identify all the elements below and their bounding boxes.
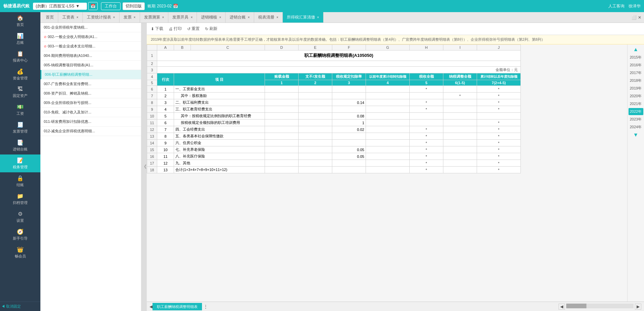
i-12[interactable] xyxy=(443,126,477,133)
sidebar-item-payroll[interactable]: 💵 工资 xyxy=(0,101,40,119)
d-7[interactable] xyxy=(265,93,299,99)
seq-11[interactable]: 6 xyxy=(157,119,174,126)
seq-16[interactable]: 11 xyxy=(157,153,174,160)
h-18[interactable]: * xyxy=(410,167,443,173)
year-up-arrow[interactable]: ▲ xyxy=(633,46,639,53)
d-14[interactable] xyxy=(265,140,299,146)
i-15[interactable] xyxy=(443,146,477,153)
i-17[interactable] xyxy=(443,160,477,167)
j-18[interactable]: * xyxy=(477,167,521,173)
label-6[interactable]: 一、工资薪金支出 xyxy=(174,86,265,93)
sidebar-item-invoice[interactable]: 🧾 发票管理 xyxy=(0,119,40,137)
switch-old-button[interactable]: 切到旧版 xyxy=(123,2,145,10)
i-18[interactable] xyxy=(443,167,477,173)
f-9[interactable] xyxy=(332,106,366,113)
d-12[interactable] xyxy=(265,126,299,133)
form-list-item-006[interactable]: 006-职工薪酬纳税调整明细... xyxy=(40,70,141,79)
year-2016[interactable]: 2016年 xyxy=(629,62,643,69)
label-14[interactable]: 六、住房公积金 xyxy=(174,140,265,146)
tab-payroll-stats[interactable]: 工资统计报表 × xyxy=(83,12,120,23)
f-14[interactable] xyxy=(332,140,366,146)
sheet-content[interactable]: A B C D E F G H I J xyxy=(147,44,627,302)
sidebar-item-ledger[interactable]: 📊 总账 xyxy=(0,30,40,48)
i-9[interactable] xyxy=(443,106,477,113)
sidebar-item-settings[interactable]: ⚙ 设置 xyxy=(0,208,40,226)
calendar-icon[interactable]: 📅 xyxy=(88,2,98,10)
tab-invoice[interactable]: 发票 × xyxy=(120,12,140,23)
e-6[interactable] xyxy=(299,86,332,93)
i-7[interactable]: * xyxy=(443,93,477,99)
f-11[interactable]: 1 xyxy=(332,119,366,126)
d-15[interactable] xyxy=(265,146,299,153)
form-list-item-004[interactable]: 004-期间费用明细表(A1040... xyxy=(40,51,141,61)
form-list-item-009[interactable]: 009-企业所得税弥补亏损明... xyxy=(40,98,141,108)
form-list-item-012[interactable]: 012-减免企业所得税优惠明细... xyxy=(40,127,141,136)
year-2022[interactable]: 2022年 xyxy=(629,108,643,115)
i-11[interactable] xyxy=(443,119,477,126)
bottom-sheet-tab[interactable]: 职工薪酬纳税调整明细表 xyxy=(152,303,202,310)
j-12[interactable]: * xyxy=(477,126,521,133)
d-13[interactable] xyxy=(265,133,299,140)
year-2024[interactable]: 2024年 xyxy=(629,124,643,131)
scroll-left-btn[interactable]: ◀ xyxy=(558,304,565,310)
tab-invoice-calc-close[interactable]: × xyxy=(162,15,164,19)
f-16[interactable]: 0.05 xyxy=(332,153,366,160)
sidebar-item-fixed-assets[interactable]: 🏗 固定资产 xyxy=(0,83,40,101)
e-14[interactable] xyxy=(299,140,332,146)
label-10[interactable]: 其中：按税收规定比例扣除的职工教育经费 xyxy=(174,113,265,119)
h-7[interactable] xyxy=(410,93,443,99)
seq-15[interactable]: 10 xyxy=(157,146,174,153)
label-12[interactable]: 四、工会经费支出 xyxy=(174,126,265,133)
f-15[interactable]: 0.05 xyxy=(332,146,366,153)
i-8[interactable] xyxy=(443,99,477,106)
label-17[interactable]: 九、其他 xyxy=(174,160,265,167)
i-16[interactable] xyxy=(443,153,477,160)
g-17[interactable] xyxy=(366,160,410,167)
sidebar-item-archive[interactable]: 📁 归档管理 xyxy=(0,190,40,208)
h-15[interactable]: * xyxy=(410,146,443,153)
seq-8[interactable]: 3 xyxy=(157,99,174,106)
d-18[interactable] xyxy=(265,167,299,173)
sidebar-item-report[interactable]: 📋 报表中心 xyxy=(0,48,40,66)
d-17[interactable] xyxy=(265,160,299,167)
h-13[interactable]: * xyxy=(410,133,443,140)
sidebar-item-vip[interactable]: 👑 畅会员 xyxy=(0,244,40,262)
workbench-button[interactable]: 工作台 xyxy=(101,2,121,10)
i-10[interactable] xyxy=(443,113,477,119)
tab-payroll[interactable]: 工资表 × xyxy=(58,12,83,23)
form-list-item-001[interactable]: 001-企业所得税年度纳税... xyxy=(40,23,141,32)
form-list-item-002[interactable]: ⊘ 002-一般企业收入明细表(A1... xyxy=(40,32,141,42)
download-btn[interactable]: ⬇ 下载 xyxy=(151,26,163,32)
label-11[interactable]: 按税收规定全额扣除的职工培训费用 xyxy=(174,119,265,126)
label-16[interactable]: 八、补充医疗保险 xyxy=(174,153,265,160)
tab-inbound-ledger-close[interactable]: × xyxy=(248,15,250,19)
j-17[interactable]: * xyxy=(477,160,521,167)
year-2020[interactable]: 2020年 xyxy=(629,93,643,100)
g-13[interactable] xyxy=(366,133,410,140)
form-list-item-003[interactable]: ⊘ 003-一般企业成本支出明细... xyxy=(40,42,141,51)
label-15[interactable]: 七、补充养老保险 xyxy=(174,146,265,153)
year-2017[interactable]: 2017年 xyxy=(629,69,643,76)
j-7[interactable]: * xyxy=(477,93,521,99)
sidebar-item-home[interactable]: 🏠 首页 xyxy=(0,12,40,30)
tab-inbound-check[interactable]: 进销稽核 × xyxy=(197,12,226,23)
g-6[interactable] xyxy=(366,86,410,93)
j-16[interactable]: * xyxy=(477,153,521,160)
tab-income-tax[interactable]: 所得税汇算清缴 × xyxy=(283,12,324,23)
d-9[interactable] xyxy=(265,106,299,113)
refresh-btn[interactable]: ↻ 刷新 xyxy=(205,26,217,32)
e-9[interactable] xyxy=(299,106,332,113)
sidebar-item-assets[interactable]: 💰 资金管理 xyxy=(0,66,40,83)
j-11[interactable]: * xyxy=(477,119,521,126)
j-10[interactable] xyxy=(477,113,521,119)
f-6[interactable] xyxy=(332,86,366,93)
d-6[interactable] xyxy=(265,86,299,93)
cancel-fixed-btn[interactable]: ◀ 取消固定 xyxy=(0,302,40,311)
g-12[interactable] xyxy=(366,126,410,133)
seq-17[interactable]: 12 xyxy=(157,160,174,167)
g-16[interactable] xyxy=(366,153,410,160)
seq-6[interactable]: 1 xyxy=(157,86,174,93)
seq-10[interactable]: 5 xyxy=(157,113,174,119)
j-13[interactable]: * xyxy=(477,133,521,140)
h-16[interactable]: * xyxy=(410,153,443,160)
